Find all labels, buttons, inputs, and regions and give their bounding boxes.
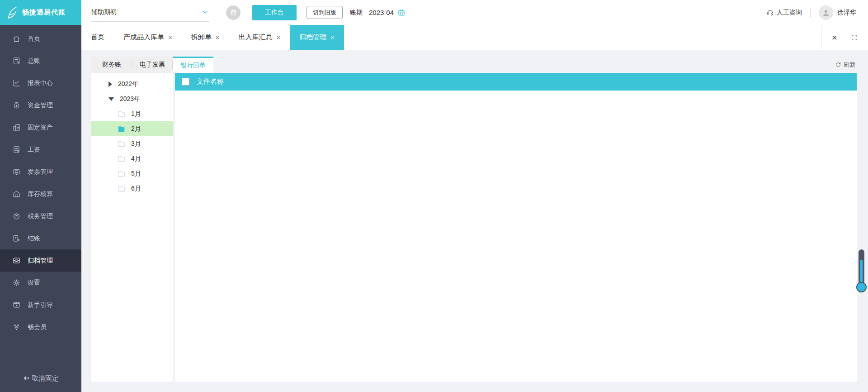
tab-close-icon[interactable]: × <box>277 34 281 41</box>
select-all-checkbox[interactable] <box>182 78 189 86</box>
tab-close-icon[interactable]: × <box>330 34 335 41</box>
sidebar-item-label: 归档管理 <box>28 257 53 265</box>
tree-month-1[interactable]: 1月 <box>91 106 173 121</box>
settings-icon <box>12 278 21 287</box>
sidebar-item-general-ledger[interactable]: 总账 <box>0 50 81 72</box>
calendar-picker-button[interactable] <box>397 9 406 17</box>
topbar-right-group: 人工咨询 徐泽华 <box>766 5 868 20</box>
expand-triangle-icon[interactable] <box>108 97 114 101</box>
sidebar-item-guide[interactable]: 新手引导 <box>0 294 81 316</box>
unpin-icon <box>23 375 30 382</box>
sidebar-item-report-center[interactable]: 报表中心 <box>0 72 81 94</box>
subtab-finance-books[interactable]: 财务账 <box>91 57 132 73</box>
chevron-down-icon <box>202 9 209 16</box>
sidebar-item-closing[interactable]: 结账 <box>0 227 81 249</box>
tree-year-2022[interactable]: 2022年 <box>91 76 173 91</box>
tree-month-6[interactable]: 6月 <box>91 181 173 196</box>
sidebar-menu: 首页 总账 报表中心 资金管理 固定资产 工资 <box>0 25 81 365</box>
subtab-bank-receipt[interactable]: 银行回单 <box>173 57 213 73</box>
folder-icon <box>118 155 125 162</box>
workbench-button[interactable]: 工作台 <box>252 5 297 20</box>
tree-month-2-selected[interactable]: 2月 <box>91 121 173 136</box>
tree-month-5[interactable]: 5月 <box>91 166 173 181</box>
tab-finished-goods-receipt[interactable]: 产成品入库单 × <box>114 25 182 50</box>
thermometer-scroll-widget[interactable] <box>856 249 866 293</box>
sidebar-item-invoice[interactable]: 发票管理 <box>0 161 81 183</box>
tab-close-icon[interactable]: × <box>168 34 172 41</box>
notepad-icon <box>230 9 237 16</box>
tree-month-3[interactable]: 3月 <box>91 136 173 151</box>
app-logo: 畅捷通易代账 <box>0 0 81 25</box>
app-window: 畅捷通易代账 首页 总账 报表中心 资金管理 固定资产 <box>0 0 868 392</box>
tree-month-label: 2月 <box>131 125 141 133</box>
archive-panels: 2022年 2023年 1月 2月 3月 <box>91 73 868 382</box>
folder-open-icon <box>118 125 125 132</box>
tree-month-label: 4月 <box>131 155 141 163</box>
collapse-triangle-icon[interactable] <box>108 81 112 87</box>
tree-month-4[interactable]: 4月 <box>91 151 173 166</box>
notepad-button[interactable] <box>226 5 241 20</box>
subtab-e-invoice[interactable]: 电子发票 <box>132 57 173 73</box>
sidebar-item-label: 固定资产 <box>28 124 53 132</box>
fixed-assets-icon <box>12 123 21 132</box>
tab-inout-summary[interactable]: 出入库汇总 × <box>229 25 290 50</box>
archive-icon <box>12 256 21 265</box>
sidebar-item-salary[interactable]: 工资 <box>0 139 81 161</box>
sidebar-item-home[interactable]: 首页 <box>0 28 81 50</box>
sidebar-item-label: 资金管理 <box>28 101 53 110</box>
sidebar-item-fixed-assets[interactable]: 固定资产 <box>0 116 81 139</box>
closing-icon <box>12 234 21 243</box>
tab-close-icon[interactable]: × <box>216 34 220 41</box>
unpin-sidebar-button[interactable]: 取消固定 <box>0 365 81 392</box>
tab-label: 产成品入库单 <box>123 33 164 42</box>
sidebar-item-label: 报表中心 <box>28 79 53 87</box>
username[interactable]: 徐泽华 <box>837 9 856 17</box>
archive-content: 财务账 电子发票 银行回单 刷新 2022年 <box>81 50 868 392</box>
page-tab-bar: 首页 产成品入库单 × 拆卸单 × 出入库汇总 × 归档管理 × × <box>81 25 868 50</box>
report-center-icon <box>12 79 21 87</box>
sidebar-item-label: 结账 <box>28 234 40 243</box>
refresh-button[interactable]: 刷新 <box>835 57 855 73</box>
close-all-tabs-icon[interactable]: × <box>832 33 837 42</box>
sidebar-item-label: 工资 <box>28 146 40 154</box>
fullscreen-icon[interactable] <box>851 34 858 41</box>
sidebar-item-label: 畅会员 <box>28 323 47 331</box>
tab-home[interactable]: 首页 <box>81 25 114 50</box>
tab-label: 出入库汇总 <box>239 33 273 42</box>
sidebar-item-funds[interactable]: 资金管理 <box>0 94 81 116</box>
invoice-icon <box>12 167 21 176</box>
tab-disassembly[interactable]: 拆卸单 × <box>182 25 229 50</box>
sidebar-item-label: 发票管理 <box>28 168 53 176</box>
tax-icon <box>12 212 21 220</box>
archive-tree-panel: 2022年 2023年 1月 2月 3月 <box>91 73 173 382</box>
tab-label: 首页 <box>91 33 104 42</box>
tree-month-label: 5月 <box>131 170 141 178</box>
sidebar-item-label: 库存核算 <box>28 190 53 198</box>
sidebar-item-member[interactable]: 畅会员 <box>0 316 81 338</box>
sidebar-item-settings[interactable]: 设置 <box>0 272 81 294</box>
sidebar-item-tax[interactable]: 税务管理 <box>0 205 81 227</box>
salary-icon <box>12 145 21 154</box>
sidebar-item-label: 设置 <box>28 279 40 287</box>
sidebar-item-label: 税务管理 <box>28 212 53 220</box>
sidebar-item-inventory[interactable]: 库存核算 <box>0 183 81 205</box>
period-dropdown[interactable]: 辅助期初 <box>91 4 209 22</box>
member-icon <box>12 323 21 331</box>
file-table-body <box>175 91 857 382</box>
subtab-label: 银行回单 <box>180 62 206 70</box>
tree-year-2023[interactable]: 2023年 <box>91 91 173 106</box>
switch-old-version-button[interactable]: 切到旧版 <box>307 6 343 19</box>
avatar[interactable] <box>819 5 833 20</box>
folder-icon <box>118 170 125 177</box>
period-dropdown-value: 辅助期初 <box>91 8 117 16</box>
thermometer-line <box>860 260 863 285</box>
sidebar-item-archive[interactable]: 归档管理 <box>0 249 81 272</box>
headset-icon <box>766 9 774 16</box>
tab-archive-management[interactable]: 归档管理 × <box>290 25 344 50</box>
unpin-label: 取消固定 <box>32 374 59 383</box>
support-button[interactable]: 人工咨询 <box>766 9 802 17</box>
home-icon <box>12 34 21 43</box>
sidebar-item-label: 总账 <box>28 57 40 65</box>
folder-icon <box>118 110 125 117</box>
sidebar: 畅捷通易代账 首页 总账 报表中心 资金管理 固定资产 <box>0 0 81 392</box>
